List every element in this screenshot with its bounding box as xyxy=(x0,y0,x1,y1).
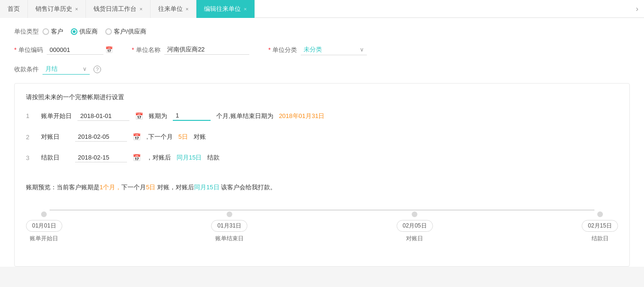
tabs-bar: 首页 销售订单历史 × 钱货日清工作台 × 往来单位 × 编辑往来单位 × › xyxy=(0,0,644,18)
timeline-dot-0 xyxy=(41,211,47,217)
reconcile-prefix: ,下一个月 xyxy=(146,133,173,141)
period-label: 账期为 xyxy=(149,112,167,120)
payment-condition-row: 收款条件 月结 ∨ ? xyxy=(14,64,630,75)
payment-prefix: ，对账后 xyxy=(146,153,171,162)
unit-category-value: 未分类 xyxy=(304,45,358,54)
radio-customer-circle xyxy=(42,28,49,35)
timeline-point-2: 02月05日 对账日 xyxy=(397,206,433,243)
timeline-label-2: 对账日 xyxy=(406,235,423,243)
unit-type-label: 单位类型 xyxy=(14,27,39,36)
preview-prefix: 账期预览：当前客户账期是 xyxy=(26,184,100,191)
close-cash-workbench-icon[interactable]: × xyxy=(139,6,142,12)
unit-category-select[interactable]: 未分类 ∨ xyxy=(301,44,367,55)
preview-section: 账期预览：当前客户账期是1个月，下一个月5日 对账，对账后同月15日 该客户会给… xyxy=(26,174,618,257)
preview-payment-highlight: 同月15日 xyxy=(194,184,219,191)
payment-date-label: 结款日 xyxy=(41,153,69,162)
box-title: 请按照未来的一个完整帐期进行设置 xyxy=(26,93,618,101)
timeline-bubble-2: 02月05日 xyxy=(397,220,433,232)
start-date-input[interactable] xyxy=(77,111,129,121)
timeline-label-0: 账单开始日 xyxy=(30,235,58,243)
payment-condition-label: 收款条件 xyxy=(14,65,39,74)
calendar-icon-payment[interactable]: 📅 xyxy=(133,154,141,161)
unit-category-label: 单位分类 xyxy=(272,46,297,54)
end-date-highlight: 2018年01月31日 xyxy=(279,112,325,120)
unit-type-radio-group: 客户 供应商 客户/供应商 xyxy=(42,27,146,36)
close-sales-history-icon[interactable]: × xyxy=(75,6,78,12)
unit-code-label: 单位编码 xyxy=(18,46,43,54)
tab-sales-history[interactable]: 销售订单历史 × xyxy=(28,0,86,18)
timeline-point-1: 01月31日 账单结束日 xyxy=(211,206,247,243)
preview-text: 账期预览：当前客户账期是1个月，下一个月5日 对账，对账后同月15日 该客户会给… xyxy=(26,183,618,192)
unit-name-label: 单位名称 xyxy=(136,46,161,54)
tab-cash-workbench[interactable]: 钱货日清工作台 × xyxy=(86,0,150,18)
timeline-point-3: 02月15日 结款日 xyxy=(582,206,618,243)
payment-date-input[interactable] xyxy=(75,153,127,162)
unit-type-row: 单位类型 客户 供应商 客户/供应商 xyxy=(14,27,630,36)
timeline-label-3: 结款日 xyxy=(592,235,609,243)
unit-category-group: * 单位分类 未分类 ∨ xyxy=(268,44,367,55)
start-date-label: 账单开始日 xyxy=(41,112,72,120)
settings-row-1: 1 账单开始日 📅 账期为 个月,账单结束日期为 2018年01月31日 xyxy=(26,111,618,121)
period-suffix: 个月,账单结束日期为 xyxy=(216,112,273,120)
timeline-point-0: 01月01日 账单开始日 xyxy=(26,206,62,243)
timeline-bubble-3: 02月15日 xyxy=(582,220,618,232)
row-num-3: 3 xyxy=(26,154,35,161)
radio-supplier[interactable]: 供应商 xyxy=(71,27,98,36)
payment-day-highlight: 同月15日 xyxy=(177,153,202,162)
payment-suffix: 结款 xyxy=(207,153,220,162)
payment-condition-chevron-icon: ∨ xyxy=(83,66,87,72)
radio-customer[interactable]: 客户 xyxy=(42,27,63,36)
unit-name-input[interactable] xyxy=(164,45,249,55)
unit-code-input[interactable] xyxy=(47,45,103,55)
timeline-dot-2 xyxy=(412,211,417,217)
radio-customer-supplier[interactable]: 客户/供应商 xyxy=(105,27,146,36)
preview-reconcile-day: 5日 xyxy=(146,184,155,191)
reconcile-date-label: 对账日 xyxy=(41,133,69,141)
preview-suffix: 该客户会给我打款。 xyxy=(220,184,277,191)
timeline-dot-1 xyxy=(227,211,232,217)
timeline-bubble-0: 01月01日 xyxy=(26,220,62,232)
payment-condition-value: 月结 xyxy=(45,65,81,73)
tab-partners[interactable]: 往来单位 × xyxy=(151,0,196,18)
tab-edit-partner[interactable]: 编辑往来单位 × xyxy=(196,0,254,18)
radio-customer-supplier-circle xyxy=(105,28,112,35)
settings-row-3: 3 结款日 📅 ，对账后同月15日结款 xyxy=(26,153,618,162)
timeline: 01月01日 账单开始日 01月31日 账单结束日 02月05日 对账日 xyxy=(26,201,618,252)
close-partners-icon[interactable]: × xyxy=(186,6,188,12)
payment-condition-select[interactable]: 月结 ∨ xyxy=(42,64,90,75)
timeline-dot-3 xyxy=(597,211,603,217)
tabs-arrow-icon[interactable]: › xyxy=(630,5,644,13)
unit-code-group: * 单位编码 📅 xyxy=(14,45,113,55)
calendar-icon-code[interactable]: 📅 xyxy=(105,46,113,53)
timeline-points: 01月01日 账单开始日 01月31日 账单结束日 02月05日 对账日 xyxy=(26,206,618,243)
radio-supplier-circle xyxy=(71,28,77,35)
timeline-bubble-1: 01月31日 xyxy=(211,220,247,232)
unit-info-row: * 单位编码 📅 * 单位名称 * 单位分类 未分类 ∨ xyxy=(14,44,630,55)
tab-home[interactable]: 首页 xyxy=(0,0,28,18)
reconcile-day-highlight: 5日 xyxy=(178,133,188,141)
reconcile-suffix: 对账 xyxy=(194,133,206,141)
timeline-label-1: 账单结束日 xyxy=(215,235,244,243)
row-num-2: 2 xyxy=(26,134,35,141)
preview-reconcile-prefix: 下一个月 xyxy=(121,184,146,191)
row-num-1: 1 xyxy=(26,112,35,119)
period-input[interactable] xyxy=(173,111,211,121)
unit-category-chevron-icon: ∨ xyxy=(360,46,364,53)
main-content: 单位类型 客户 供应商 客户/供应商 * 单位编码 📅 * 单位名称 xyxy=(0,18,644,267)
help-icon[interactable]: ? xyxy=(93,66,101,73)
calendar-icon-start[interactable]: 📅 xyxy=(135,112,143,120)
preview-month: 1个月， xyxy=(100,184,121,191)
calendar-icon-reconcile[interactable]: 📅 xyxy=(133,133,141,141)
reconcile-date-input[interactable] xyxy=(75,132,127,142)
unit-name-group: * 单位名称 xyxy=(132,45,249,55)
settings-box: 请按照未来的一个完整帐期进行设置 1 账单开始日 📅 账期为 个月,账单结束日期… xyxy=(14,83,630,267)
preview-reconcile-suffix: 对账，对账后 xyxy=(155,184,194,191)
close-edit-partner-icon[interactable]: × xyxy=(244,6,246,12)
settings-row-2: 2 对账日 📅 ,下一个月5日对账 xyxy=(26,132,618,142)
